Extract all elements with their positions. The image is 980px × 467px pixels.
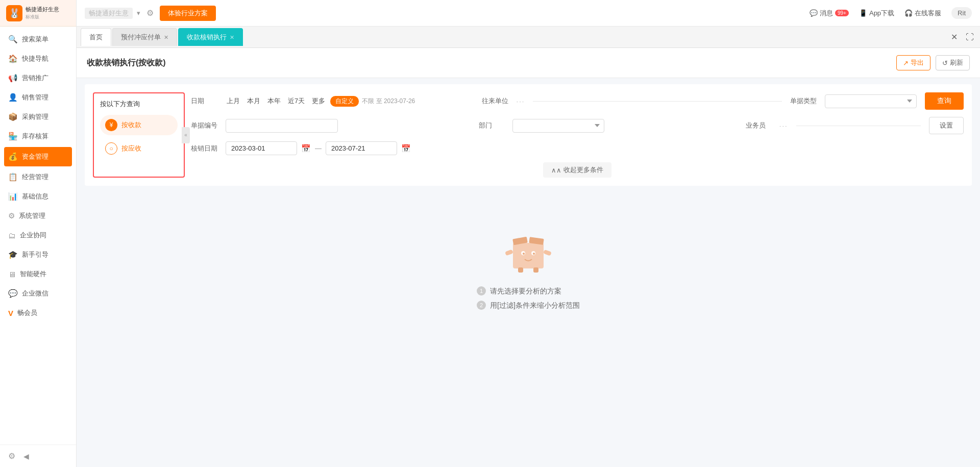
date-this-month-btn[interactable]: 本月	[245, 95, 262, 107]
sidebar-item-system[interactable]: ⚙ 系统管理	[0, 206, 76, 226]
message-icon: 💬	[810, 9, 818, 17]
filter-option-by-receipt[interactable]: ¥ 按收款	[100, 115, 178, 135]
verify-date-start-input[interactable]	[226, 141, 297, 155]
message-label: 消息	[820, 9, 833, 18]
filter-collapse-btn[interactable]: «	[182, 127, 190, 143]
empty-state: 1 请先选择要分析的方案 2 用[过滤]条件来缩小分析范围	[77, 192, 980, 343]
home-icon: 🏠	[8, 54, 18, 63]
sidebar-item-hardware[interactable]: 🖥 智能硬件	[0, 264, 76, 284]
marketing-icon: 📢	[8, 73, 18, 83]
sidebar-item-search[interactable]: 🔍 搜索菜单	[0, 30, 76, 49]
tab-expand-btn[interactable]: ⛶	[964, 31, 976, 43]
verify-date-end-input[interactable]	[326, 141, 397, 155]
sidebar-item-label: 新手引导	[22, 250, 48, 259]
empty-tip-2: 2 用[过滤]条件来缩小分析范围	[477, 298, 580, 312]
sales-icon: 👤	[8, 93, 18, 102]
online-service-btn[interactable]: 🎧 在线客服	[904, 9, 941, 18]
inventory-icon: 🏪	[8, 132, 18, 141]
page-header-actions: ↗ 导出 ↺ 刷新	[896, 55, 970, 78]
sidebar-bottom: ⚙ ◀	[0, 445, 76, 467]
sidebar-item-purchase[interactable]: 📦 采购管理	[0, 107, 76, 127]
collapse-more-btn[interactable]: ∧∧ 收起更多条件	[543, 162, 611, 178]
sidebar-item-label: 营销推广	[22, 73, 48, 83]
search-icon: 🔍	[8, 35, 18, 44]
hardware-icon: 🖥	[8, 270, 16, 279]
sidebar-item-inventory[interactable]: 🏪 库存核算	[0, 127, 76, 146]
operation-icon: 📋	[8, 173, 18, 182]
svg-rect-10	[533, 267, 538, 273]
svg-rect-9	[518, 267, 523, 273]
tab-prepay[interactable]: 预付冲应付单 ✕	[112, 28, 177, 46]
user-avatar[interactable]: Rit	[951, 7, 972, 19]
sidebar-item-quick-nav[interactable]: 🏠 快捷导航	[0, 49, 76, 68]
sidebar-item-label: 销售管理	[22, 93, 48, 102]
tab-home[interactable]: 首页	[81, 28, 111, 46]
sidebar-item-label: 采购管理	[22, 112, 48, 121]
sidebar-item-basic-info[interactable]: 📊 基础信息	[0, 187, 76, 206]
sidebar-nav: 🔍 搜索菜单 🏠 快捷导航 📢 营销推广 👤 销售管理 📦 采购管理 🏪 库存核…	[0, 27, 76, 445]
filter-option-receivable-label: 按应收	[121, 144, 141, 153]
refresh-btn[interactable]: ↺ 刷新	[936, 55, 970, 70]
settings-btn[interactable]: 设置	[929, 117, 964, 134]
tip-num-1: 1	[477, 286, 486, 296]
sidebar-item-enterprise[interactable]: 🗂 企业协同	[0, 226, 76, 245]
sidebar-item-sales[interactable]: 👤 销售管理	[0, 88, 76, 107]
date-shortcuts: 上月 本月 本年 近7天 更多 自定义 不限 至 2023-07-26	[225, 95, 474, 107]
svg-point-5	[523, 253, 525, 255]
tip-text-2: 用[过滤]条件来缩小分析范围	[490, 298, 580, 312]
tab-receive[interactable]: 收款核销执行 ✕	[178, 28, 243, 46]
sidebar-settings-icon[interactable]: ⚙	[8, 451, 15, 461]
date-label: 日期	[191, 96, 216, 106]
date-last-month-btn[interactable]: 上月	[225, 95, 242, 107]
date-more-btn[interactable]: 更多	[310, 95, 327, 107]
online-service-label: 在线客服	[915, 9, 941, 18]
page-header: 收款核销执行(按收款) ↗ 导出 ↺ 刷新	[77, 48, 980, 78]
sidebar-item-wechat[interactable]: 💬 企业微信	[0, 284, 76, 303]
tab-prepay-close-icon[interactable]: ✕	[164, 34, 168, 41]
chevron-down-icon[interactable]: ▾	[137, 9, 140, 17]
gear-icon[interactable]: ⚙	[146, 8, 154, 18]
topbar-brand: 畅捷通好生意 ▾	[85, 8, 140, 19]
counterpart-dots[interactable]: ···	[517, 97, 525, 105]
export-btn[interactable]: ↗ 导出	[896, 55, 930, 70]
basic-info-icon: 📊	[8, 192, 18, 201]
refresh-icon: ↺	[942, 59, 948, 67]
salesman-dots[interactable]: ···	[779, 122, 788, 130]
finance-icon: 💰	[8, 152, 18, 161]
department-label: 部门	[479, 121, 504, 130]
purchase-icon: 📦	[8, 112, 18, 121]
message-btn[interactable]: 💬 消息 99+	[810, 9, 849, 18]
tab-close-all-btn[interactable]: ✕	[949, 31, 960, 43]
sidebar-collapse-icon[interactable]: ◀	[23, 452, 29, 460]
sidebar-item-operation[interactable]: 📋 经营管理	[0, 167, 76, 187]
date-7days-btn[interactable]: 近7天	[286, 95, 307, 107]
member-icon: V	[8, 309, 13, 317]
sidebar-item-label: 企业协同	[20, 231, 46, 240]
filter-option-by-receivable[interactable]: ○ 按应收	[100, 138, 178, 159]
sidebar-item-finance[interactable]: 💰 资金管理	[4, 147, 72, 166]
department-select[interactable]	[512, 119, 604, 133]
filter-panel: 按以下方查询 ¥ 按收款 ○ 按应收 « 日期 上月 本月	[85, 84, 972, 186]
sidebar-item-marketing[interactable]: 📢 营销推广	[0, 68, 76, 88]
sidebar-item-label: 智能硬件	[20, 269, 46, 279]
export-icon: ↗	[903, 59, 909, 67]
doc-type-select[interactable]	[825, 94, 917, 108]
sidebar-item-label: 搜索菜单	[22, 35, 48, 44]
calendar-end-icon[interactable]: 📅	[401, 144, 411, 153]
page-title: 收款核销执行(按收款)	[87, 58, 166, 76]
date-custom-btn[interactable]: 自定义	[330, 96, 359, 107]
doc-type-label: 单据类型	[790, 96, 817, 106]
query-btn[interactable]: 查询	[925, 92, 964, 110]
doc-number-input[interactable]	[226, 119, 338, 133]
industry-btn[interactable]: 体验行业方案	[160, 6, 216, 21]
date-this-year-btn[interactable]: 本年	[265, 95, 283, 107]
tab-receive-close-icon[interactable]: ✕	[230, 34, 234, 41]
app-download-btn[interactable]: 📱 App下载	[859, 9, 894, 18]
calendar-start-icon[interactable]: 📅	[301, 144, 311, 153]
sidebar-item-label: 基础信息	[22, 192, 48, 201]
receipt-icon: ¥	[105, 119, 117, 131]
sidebar-item-member[interactable]: V 畅会员	[0, 303, 76, 323]
sidebar-item-guide[interactable]: 🎓 新手引导	[0, 245, 76, 264]
brand-name: 畅捷通好生意	[85, 8, 133, 19]
counterpart-label: 往来单位	[482, 96, 508, 106]
